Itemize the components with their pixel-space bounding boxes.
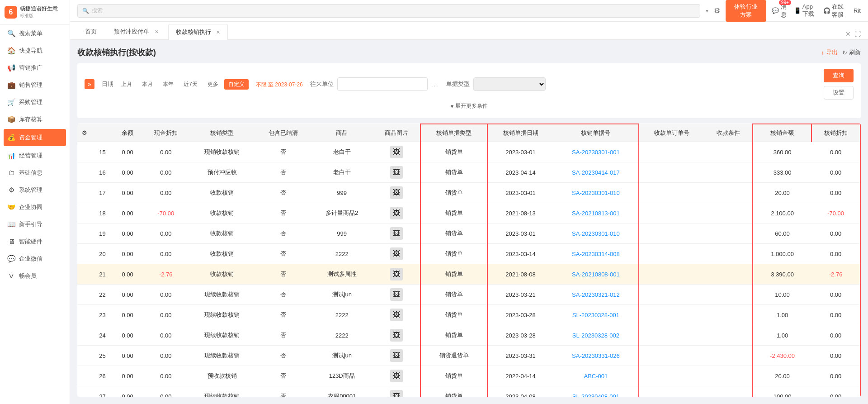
table-row: 16 0.00 0.00 预付冲应收 否 老白干 🖼 销货单 2023-04-1… [77, 162, 860, 183]
date-btn-7days[interactable]: 近7天 [179, 79, 202, 90]
sidebar-label-finance: 资金管理 [19, 133, 42, 142]
cell-product-img: 🖼 [373, 162, 420, 183]
sidebar-item-purchase[interactable]: 🛒采购管理 [0, 94, 70, 111]
date-btn-custom[interactable]: 自定义 [224, 79, 249, 90]
purchase-icon: 🛒 [7, 98, 15, 106]
col-settings[interactable]: ⚙ [77, 124, 92, 142]
cell-bill-no[interactable]: SL-20230328-001 [553, 305, 639, 325]
table-row: 21 0.00 -2.76 收款核销 否 测试多属性 🖼 销货单 2021-08… [77, 264, 860, 285]
cell-cash-discount: 0.00 [142, 305, 189, 325]
sidebar-item-base[interactable]: 🗂基础信息 [0, 164, 70, 181]
export-button[interactable]: ↑ 导出 [821, 48, 838, 57]
sidebar-item-sales[interactable]: 💼销售管理 [0, 76, 70, 94]
cell-bill-date: 2023-04-08 [487, 386, 553, 397]
sidebar-item-enterprise[interactable]: 🤝企业协同 [0, 199, 70, 216]
sidebar-item-guide[interactable]: 📖新手引导 [0, 216, 70, 233]
cell-bill-no[interactable]: SA-20230321-012 [553, 285, 639, 305]
cell-settings [77, 203, 92, 223]
sidebar-label-wechat: 企业微信 [19, 255, 42, 263]
sidebar-item-system[interactable]: ⚙系统管理 [0, 181, 70, 199]
date-btn-this-month[interactable]: 本月 [138, 79, 157, 90]
settings-button[interactable]: 设置 [824, 86, 854, 100]
sidebar-item-operations[interactable]: 📊经营管理 [0, 147, 70, 164]
topbar-gear-icon[interactable]: ⚙ [714, 6, 720, 15]
cell-balance: 0.00 [113, 223, 142, 244]
sidebar-item-hardware[interactable]: 🖥智能硬件 [0, 233, 70, 250]
cell-bill-no[interactable]: ABC-001 [553, 366, 639, 386]
cell-product-img: 🖼 [373, 386, 420, 397]
sidebar-item-search[interactable]: 🔍搜索菜单 [0, 25, 70, 42]
tab-prepay-close[interactable]: ✕ [155, 29, 159, 34]
tab-prepay-label: 预付冲应付单 [114, 28, 149, 35]
cell-bill-no[interactable]: SA-20210813-001 [553, 203, 639, 223]
cell-bill-date: 2023-03-28 [487, 325, 553, 346]
tab-prepay[interactable]: 预付冲应付单 ✕ [106, 24, 166, 39]
tab-close-all-button[interactable]: ✕ [845, 30, 851, 38]
cell-cash-discount: 0.00 [142, 142, 189, 162]
refresh-button[interactable]: ↻ 刷新 [842, 48, 861, 57]
solution-button[interactable]: 体验行业方案 [726, 0, 766, 22]
cell-verify-type: 现续收款核销 [189, 386, 255, 397]
table-body: 15 0.00 0.00 现销收款核销 否 老白干 🖼 销货单 2023-03-… [77, 142, 860, 397]
cell-receipt-order-no [639, 366, 705, 386]
cell-receipt-cond [705, 264, 753, 285]
cell-receipt-cond [705, 346, 753, 366]
sidebar-item-marketing[interactable]: 📢营销推广 [0, 59, 70, 76]
sidebar-item-inventory[interactable]: 📦库存核算 [0, 111, 70, 128]
filter-partner-item: 往来单位 ... [310, 77, 439, 91]
date-btn-this-year[interactable]: 本年 [159, 79, 178, 90]
cell-bill-no[interactable]: SA-20230314-008 [553, 244, 639, 264]
cell-bill-no[interactable]: SA-20230301-010 [553, 183, 639, 203]
sidebar-item-finance[interactable]: 💰资金管理 [4, 129, 66, 146]
cell-bill-no[interactable]: SL-20230408-001 [553, 386, 639, 397]
cell-balance: 0.00 [113, 142, 142, 162]
cell-balance: 0.00 [113, 325, 142, 346]
table-row: 15 0.00 0.00 现销收款核销 否 老白干 🖼 销货单 2023-03-… [77, 142, 860, 162]
message-button[interactable]: 💬 消息 99+ [772, 3, 787, 19]
cell-include-settled: 否 [255, 223, 311, 244]
cell-bill-type: 销货退货单 [420, 346, 487, 366]
cell-verify-type: 预付冲应收 [189, 162, 255, 183]
cell-bill-no[interactable]: SL-20230328-002 [553, 325, 639, 346]
bill-type-label: 单据类型 [446, 80, 470, 88]
cell-product: 999 [311, 183, 373, 203]
online-service-button[interactable]: 🎧 在线客服 [823, 3, 846, 19]
sidebar-item-quicknav[interactable]: 🏠快捷导航 [0, 42, 70, 59]
cell-verify-type: 现续收款核销 [189, 285, 255, 305]
tab-receipt-close[interactable]: ✕ [216, 29, 220, 35]
expand-more-conditions[interactable]: ▾ 展开更多条件 [85, 102, 854, 110]
tab-receipt[interactable]: 收款核销执行 ✕ [168, 24, 228, 40]
cell-verify-type: 收款核销 [189, 223, 255, 244]
app-download-button[interactable]: 📱 App下载 [794, 3, 816, 18]
date-range-text: 不限 至 2023-07-26 [256, 81, 303, 89]
cell-bill-date: 2023-03-28 [487, 305, 553, 325]
operations-icon: 📊 [7, 152, 15, 160]
cell-verify-amount: 100.00 [753, 386, 811, 397]
sidebar-label-operations: 经营管理 [19, 152, 42, 160]
sidebar-item-wechat[interactable]: 💬企业微信 [0, 250, 70, 267]
date-btn-more[interactable]: 更多 [203, 79, 222, 90]
sidebar-item-member[interactable]: V畅会员 [0, 267, 70, 285]
cell-bill-no[interactable]: SA-20230331-026 [553, 346, 639, 366]
tab-home[interactable]: 首页 [77, 24, 104, 39]
date-btn-last-month[interactable]: 上月 [117, 79, 136, 90]
query-button[interactable]: 查询 [824, 69, 854, 82]
cell-bill-no[interactable]: SA-20230414-017 [553, 162, 639, 183]
cell-settings [77, 162, 92, 183]
cell-bill-no[interactable]: SA-20210808-001 [553, 264, 639, 285]
cell-balance: 0.00 [113, 264, 142, 285]
logo-text-block: 畅捷通谱好生意 标准版 [20, 5, 58, 19]
service-label: 在线客服 [832, 3, 846, 19]
partner-input[interactable] [337, 77, 428, 91]
filter-expand-button[interactable]: » [85, 79, 94, 89]
cell-receipt-order-no [639, 244, 705, 264]
cell-bill-no[interactable]: SA-20230301-001 [553, 142, 639, 162]
date-buttons: 上月 本月 本年 近7天 更多 自定义 [117, 79, 249, 90]
cell-bill-date: 2023-03-01 [487, 142, 553, 162]
table-row: 22 0.00 0.00 现续收款核销 否 测试jun 🖼 销货单 2023-0… [77, 285, 860, 305]
wechat-icon: 💬 [7, 255, 15, 263]
cell-bill-no[interactable]: SA-20230301-010 [553, 223, 639, 244]
bill-type-select[interactable]: 销货单 销货退货单 [473, 77, 546, 91]
tab-expand-button[interactable]: ⛶ [854, 30, 861, 38]
cell-product-img: 🖼 [373, 285, 420, 305]
